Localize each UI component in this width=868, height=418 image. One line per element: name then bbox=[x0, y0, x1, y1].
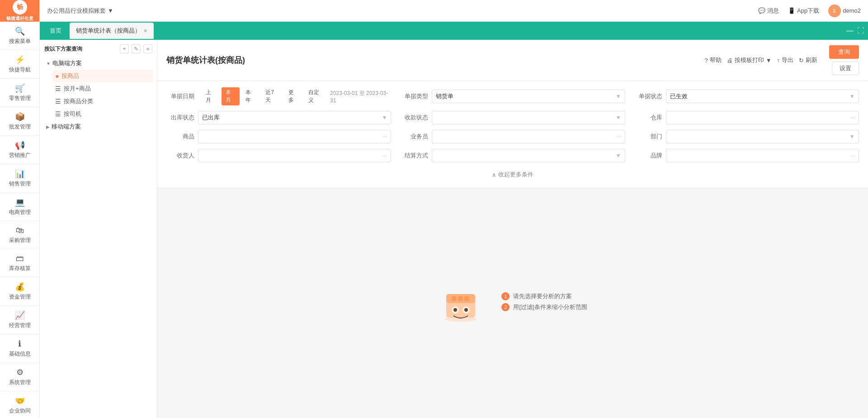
filter-row-1: 单据日期 上月 本月 本年 近7天 更多 自定义 2023-03-01 至 20… bbox=[166, 87, 859, 105]
refresh-btn[interactable]: ↻ 刷新 bbox=[799, 56, 817, 64]
tab-maximize-icon[interactable]: ⛶ bbox=[857, 27, 864, 35]
query-button[interactable]: 查询 bbox=[829, 45, 859, 59]
collapse-icon: « bbox=[146, 46, 150, 52]
message-label: 消息 bbox=[767, 7, 779, 15]
date-last-month-btn[interactable]: 上月 bbox=[202, 87, 220, 105]
collapse-bar[interactable]: ∧ 收起更多条件 bbox=[166, 168, 859, 181]
docstatus-label: 单据状态 bbox=[634, 92, 666, 100]
setting-button[interactable]: 设置 bbox=[832, 62, 859, 75]
collapse-up-icon: ∧ bbox=[492, 171, 496, 178]
right-content: 销货单统计表(按商品) ? 帮助 🖨 按模板打印 ▼ ↑ 导出 bbox=[157, 40, 868, 418]
warehouse-label: 仓库 bbox=[634, 114, 666, 122]
add-scheme-btn[interactable]: + bbox=[120, 44, 129, 53]
app-logo: 畅 畅捷通好生意 bbox=[0, 0, 40, 22]
hint-text-2: 用[过滤]条件来缩小分析范围 bbox=[513, 303, 587, 311]
sidebar-item-system[interactable]: ⚙ 系统管理 bbox=[0, 363, 39, 391]
date-this-month-btn[interactable]: 本月 bbox=[222, 87, 240, 105]
collectstatus-input[interactable]: ▼ bbox=[432, 111, 625, 124]
sidebar-item-shortcut[interactable]: ⚡ 快捷导航 bbox=[0, 50, 39, 79]
filter-date-field: 单据日期 上月 本月 本年 近7天 更多 自定义 2023-03-01 至 20… bbox=[166, 87, 391, 105]
tab-minimize-icon[interactable]: — bbox=[846, 27, 854, 35]
help-btn[interactable]: ? 帮助 bbox=[704, 56, 721, 64]
app-download-btn[interactable]: 📱 App下载 bbox=[788, 7, 819, 15]
logo-icon: 畅 bbox=[13, 0, 27, 14]
outstatus-input[interactable]: 已出库 ▼ bbox=[198, 111, 391, 124]
filter-doctype-field: 单据类型 销货单 ▼ bbox=[400, 90, 625, 103]
sidebar-item-enterprise[interactable]: 🤝 企业协同 bbox=[0, 391, 39, 418]
sidebar-item-marketing[interactable]: 📢 营销推广 bbox=[0, 136, 39, 164]
tree-child-by-dept[interactable]: ☰ 按司机 bbox=[52, 108, 153, 120]
sidebar-item-finance-label: 资金管理 bbox=[9, 293, 31, 301]
tab-close-icon[interactable]: ✕ bbox=[143, 28, 147, 34]
sidebar-item-basic[interactable]: ℹ 基础信息 bbox=[0, 334, 39, 363]
warehouse-input[interactable]: ··· bbox=[666, 111, 859, 124]
tab-report[interactable]: 销货单统计表（按商品） ✕ bbox=[70, 23, 154, 39]
avatar-initials: E bbox=[833, 8, 836, 14]
date-custom-btn[interactable]: 自定义 bbox=[304, 87, 327, 105]
export-icon: ↑ bbox=[777, 57, 780, 64]
content-wrapper: 按以下方案查询 + ✎ « ▼ 电脑端方案 bbox=[40, 40, 868, 418]
product-input[interactable]: ··· bbox=[198, 130, 391, 143]
department-input[interactable]: ▼ bbox=[666, 130, 859, 143]
filter-receiver-field: 收货人 ··· bbox=[166, 149, 391, 162]
refresh-icon: ↻ bbox=[799, 57, 804, 64]
filter-product-field: 商品 ··· bbox=[166, 130, 391, 143]
receiver-input[interactable]: ··· bbox=[198, 149, 391, 162]
tree-child-by-category[interactable]: ☰ 按商品分类 bbox=[52, 95, 153, 108]
sidebar-item-sales[interactable]: 📊 销售管理 bbox=[0, 164, 39, 193]
action-buttons: 查询 设置 bbox=[823, 45, 859, 75]
shortcut-icon: ⚡ bbox=[15, 55, 25, 65]
tree-child-by-month-product[interactable]: ☰ 按月+商品 bbox=[52, 82, 153, 95]
export-btn[interactable]: ↑ 导出 bbox=[777, 56, 794, 64]
print-btn[interactable]: 🖨 按模板打印 ▼ bbox=[727, 56, 772, 64]
sidebar-item-ops[interactable]: 📈 经营管理 bbox=[0, 306, 39, 334]
docstatus-input[interactable]: 已生效 ▼ bbox=[666, 90, 859, 103]
salesperson-label: 业务员 bbox=[400, 133, 432, 141]
user-profile[interactable]: E demo2 bbox=[828, 5, 861, 17]
sidebar-item-inventory[interactable]: 🗃 库存核算 bbox=[0, 249, 39, 277]
date-more-btn[interactable]: 更多 bbox=[284, 87, 302, 105]
svg-point-9 bbox=[464, 308, 468, 312]
brand-input[interactable]: ··· bbox=[666, 149, 859, 162]
date-this-year-btn[interactable]: 本年 bbox=[241, 87, 259, 105]
filter-docstatus-field: 单据状态 已生效 ▼ bbox=[634, 90, 859, 103]
payment-arrow-icon: ▼ bbox=[616, 152, 621, 159]
month-product-icon: ☰ bbox=[55, 85, 61, 92]
sidebar-item-finance[interactable]: 💰 资金管理 bbox=[0, 277, 39, 306]
empty-svg bbox=[438, 280, 483, 326]
salesperson-input[interactable]: ··· bbox=[432, 130, 625, 143]
header-right: 💬 消息 📱 App下载 E demo2 bbox=[758, 5, 861, 17]
date-quick-btns: 上月 本月 本年 近7天 更多 自定义 bbox=[202, 87, 327, 105]
collapse-panel-btn[interactable]: « bbox=[143, 44, 152, 53]
page-title: 销货单统计表(按商品) bbox=[166, 55, 245, 71]
tree-group-mobile: ▶ 移动端方案 bbox=[40, 120, 157, 133]
industry-selector[interactable]: 办公用品行业模拟账套 ▼ bbox=[47, 7, 113, 15]
tab-home[interactable]: 首页 bbox=[43, 23, 68, 39]
tree-parent-pc[interactable]: ▼ 电脑端方案 bbox=[43, 57, 153, 70]
tree-parent-mobile[interactable]: ▶ 移动端方案 bbox=[43, 120, 153, 133]
sidebar-item-wholesale[interactable]: 📦 批发管理 bbox=[0, 107, 39, 136]
tree-child-by-product[interactable]: ● 按商品 bbox=[52, 70, 153, 82]
svg-rect-4 bbox=[458, 296, 462, 301]
doctype-input[interactable]: 销货单 ▼ bbox=[432, 90, 625, 103]
edit-scheme-btn[interactable]: ✎ bbox=[132, 44, 141, 53]
message-btn[interactable]: 💬 消息 bbox=[758, 7, 779, 15]
sidebar-item-retail-label: 零售管理 bbox=[9, 95, 31, 102]
main-area: 办公用品行业模拟账套 ▼ 💬 消息 📱 App下载 E demo2 首页 bbox=[40, 0, 868, 418]
retail-icon: 🛒 bbox=[15, 83, 25, 93]
sidebar-item-purchase[interactable]: 🛍 采购管理 bbox=[0, 221, 39, 249]
docstatus-value: 已生效 bbox=[670, 92, 688, 100]
sidebar-item-sales-label: 销售管理 bbox=[9, 180, 31, 188]
filter-area: 单据日期 上月 本月 本年 近7天 更多 自定义 2023-03-01 至 20… bbox=[157, 81, 868, 188]
sidebar-item-retail[interactable]: 🛒 零售管理 bbox=[0, 79, 39, 107]
sidebar-item-ecom[interactable]: 💻 电商管理 bbox=[0, 193, 39, 221]
tab-report-label: 销货单统计表（按商品） bbox=[76, 27, 141, 35]
date-last-7days-btn[interactable]: 近7天 bbox=[261, 87, 282, 105]
filter-row-3: 商品 ··· 业务员 ··· bbox=[166, 130, 859, 143]
empty-hint-2: 2 用[过滤]条件来缩小分析范围 bbox=[501, 303, 587, 311]
receiver-label: 收货人 bbox=[166, 152, 198, 160]
tree-child-by-category-label: 按商品分类 bbox=[64, 97, 93, 105]
sales-icon: 📊 bbox=[15, 169, 25, 179]
payment-input[interactable]: ▼ bbox=[432, 149, 625, 162]
sidebar-item-search[interactable]: 🔍 搜索菜单 bbox=[0, 22, 39, 50]
